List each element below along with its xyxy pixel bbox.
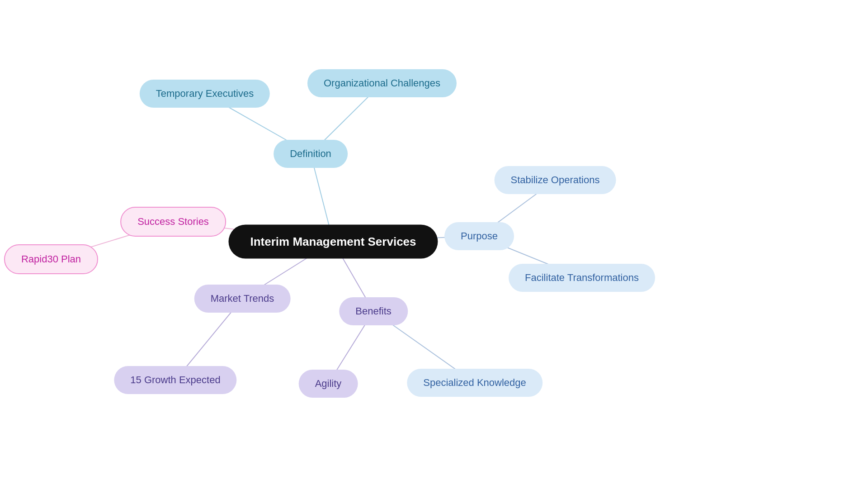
center-node[interactable]: Interim Management Services: [228, 225, 438, 259]
market-trends-node[interactable]: Market Trends: [194, 285, 291, 313]
stabilize-operations-node[interactable]: Stabilize Operations: [495, 166, 616, 194]
organizational-challenges-node[interactable]: Organizational Challenges: [307, 69, 457, 97]
specialized-knowledge-node[interactable]: Specialized Knowledge: [407, 369, 542, 397]
growth-expected-node[interactable]: 15 Growth Expected: [114, 366, 236, 394]
agility-node[interactable]: Agility: [299, 370, 358, 398]
benefits-node[interactable]: Benefits: [339, 297, 408, 325]
facilitate-transformations-node[interactable]: Facilitate Transformations: [509, 264, 655, 292]
definition-node[interactable]: Definition: [274, 140, 348, 168]
rapid30-plan-node[interactable]: Rapid30 Plan: [4, 244, 98, 274]
purpose-node[interactable]: Purpose: [444, 222, 514, 250]
temporary-executives-node[interactable]: Temporary Executives: [140, 80, 270, 108]
success-stories-node[interactable]: Success Stories: [120, 207, 226, 237]
